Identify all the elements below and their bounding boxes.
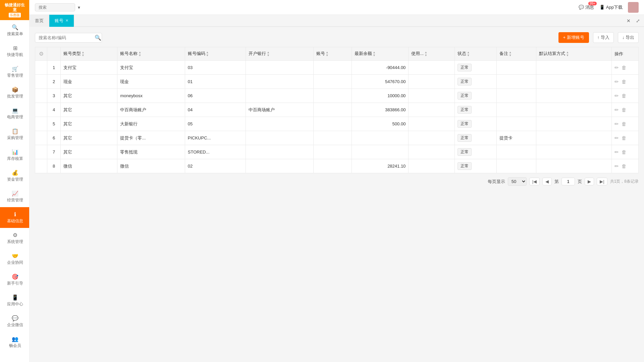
app-download-button[interactable]: 📱 App下载 (599, 4, 623, 10)
row-actions: ✏ 🗑 (612, 131, 639, 145)
edit-icon[interactable]: ✏ (614, 149, 619, 155)
sidebar-item-label: 基础信息 (7, 218, 23, 224)
system-icon: ⚙ (13, 232, 17, 238)
row-settings (35, 75, 47, 89)
tab-home[interactable]: 首页 (30, 15, 49, 27)
col-type[interactable]: 账号类型▲▼ (61, 47, 117, 61)
delete-icon[interactable]: 🗑 (622, 121, 627, 127)
sidebar-item-finance[interactable]: 💰资金管理 (0, 166, 29, 186)
delete-icon[interactable]: 🗑 (622, 149, 627, 155)
header-dropdown-icon[interactable]: ▾ (78, 5, 80, 10)
row-status: 正常 (454, 131, 496, 145)
sidebar-item-operations[interactable]: 📈经营管理 (0, 186, 29, 207)
add-account-button[interactable]: + 新增账号 (558, 32, 589, 43)
sidebar-item-inventory[interactable]: 📊库存核算 (0, 145, 29, 166)
delete-icon[interactable]: 🗑 (622, 107, 627, 113)
sidebar-item-retail[interactable]: 🛒零售管理 (0, 62, 29, 82)
sidebar-item-wholesale[interactable]: 📦批发管理 (0, 82, 29, 103)
row-account (313, 75, 352, 89)
row-actions: ✏ 🗑 (612, 103, 639, 117)
sidebar-menu: 🔍搜索菜单⊞快捷导航🛒零售管理📦批发管理💻电商管理📋采购管理📊库存核算💰资金管理… (0, 20, 29, 362)
sidebar-item-shortcut[interactable]: ⊞快捷导航 (0, 41, 29, 62)
edit-icon[interactable]: ✏ (614, 107, 619, 113)
row-remark (496, 145, 536, 159)
col-remark[interactable]: 备注▲▼ (496, 47, 536, 61)
tab-close-account[interactable]: ✕ (65, 18, 68, 23)
sidebar-item-ecom[interactable]: 💻电商管理 (0, 103, 29, 124)
edit-icon[interactable]: ✏ (614, 135, 619, 141)
sidebar-item-search[interactable]: 🔍搜索菜单 (0, 20, 29, 41)
row-usage (409, 145, 454, 159)
user-avatar[interactable] (628, 2, 639, 13)
sidebar-item-guide[interactable]: 🎯新手引导 (0, 269, 29, 290)
basic-icon: ℹ (14, 211, 16, 218)
last-page-button[interactable]: ▶| (597, 178, 607, 185)
import-button[interactable]: ↑ 导入 (593, 32, 614, 43)
edit-icon[interactable]: ✏ (614, 121, 619, 127)
export-button[interactable]: ↓ 导出 (618, 32, 639, 43)
tab-bar: 首页账号✕ ✕ ⤢ (30, 15, 644, 27)
status-badge: 正常 (458, 64, 472, 71)
search-input[interactable] (35, 33, 102, 43)
row-index: 6 (47, 131, 61, 145)
row-status: 正常 (454, 75, 496, 89)
sidebar-item-member[interactable]: 👥畅会员 (0, 332, 29, 353)
table-row: 3 其它 moneybosx 06 10000.00 正常 ✏ 🗑 (35, 89, 639, 103)
current-page-input[interactable] (561, 178, 575, 185)
row-default-settle (536, 159, 612, 173)
row-type: 支付宝 (61, 61, 117, 75)
edit-icon[interactable]: ✏ (614, 93, 619, 99)
page-size-select[interactable]: 50 100 (508, 177, 527, 186)
row-index: 8 (47, 159, 61, 173)
apps-icon: 📱 (12, 294, 18, 301)
tab-close-all-icon[interactable]: ✕ (625, 17, 632, 25)
sidebar-item-system[interactable]: ⚙系统管理 (0, 228, 29, 249)
purchase-icon: 📋 (12, 128, 18, 134)
delete-icon[interactable]: 🗑 (622, 65, 627, 70)
sidebar-item-apps[interactable]: 📱应用中心 (0, 290, 29, 311)
first-page-button[interactable]: |◀ (529, 178, 540, 185)
operations-icon: 📈 (12, 190, 18, 197)
row-name: 中百商场账户 (117, 103, 185, 117)
row-balance: 28241.10 (352, 159, 408, 173)
top-header: ▾ 💬 消息 99+ 📱 App下载 (30, 0, 644, 15)
col-balance[interactable]: 最新余额▲▼ (352, 47, 408, 61)
edit-icon[interactable]: ✏ (614, 79, 619, 85)
row-remark (496, 159, 536, 173)
column-settings-icon[interactable]: ⚙ (39, 51, 44, 57)
col-settings[interactable]: ⚙ (35, 47, 47, 61)
next-page-button[interactable]: ▶ (585, 178, 594, 185)
col-account[interactable]: 账号▲▼ (313, 47, 352, 61)
tab-account[interactable]: 账号✕ (49, 15, 74, 27)
search-button[interactable]: 🔍 (95, 35, 101, 41)
delete-icon[interactable]: 🗑 (622, 135, 627, 141)
sidebar-item-label: 批发管理 (7, 94, 23, 99)
sidebar-item-label: 零售管理 (7, 73, 23, 78)
col-usage[interactable]: 使用...▲▼ (409, 47, 454, 61)
header-search-input[interactable] (35, 3, 75, 11)
edit-icon[interactable]: ✏ (614, 163, 619, 169)
prev-page-button[interactable]: ◀ (542, 178, 552, 185)
message-button[interactable]: 💬 消息 99+ (579, 4, 594, 10)
sidebar-item-label: 资金管理 (7, 177, 23, 182)
row-default-settle (536, 131, 612, 145)
tab-fullscreen-icon[interactable]: ⤢ (635, 17, 641, 25)
row-code: 01 (185, 75, 246, 89)
col-default-settle[interactable]: 默认结算方式▲▼ (536, 47, 612, 61)
delete-icon[interactable]: 🗑 (622, 93, 627, 99)
sidebar-item-wechat[interactable]: 💬企业微信 (0, 311, 29, 332)
row-actions: ✏ 🗑 (612, 75, 639, 89)
col-status[interactable]: 状态▲▼ (454, 47, 496, 61)
sidebar-item-purchase[interactable]: 📋采购管理 (0, 124, 29, 145)
row-type: 其它 (61, 117, 117, 131)
sidebar-item-basic[interactable]: ℹ基础信息 (0, 207, 29, 228)
delete-icon[interactable]: 🗑 (622, 163, 627, 169)
col-bank[interactable]: 开户银行▲▼ (246, 47, 313, 61)
sidebar-item-enterprise[interactable]: 🤝企业协同 (0, 249, 29, 269)
delete-icon[interactable]: 🗑 (622, 79, 627, 84)
row-balance (352, 145, 408, 159)
col-code[interactable]: 账号编码▲▼ (185, 47, 246, 61)
row-name: 现金 (117, 75, 185, 89)
col-name[interactable]: 账号名称▲▼ (117, 47, 185, 61)
edit-icon[interactable]: ✏ (614, 65, 619, 71)
